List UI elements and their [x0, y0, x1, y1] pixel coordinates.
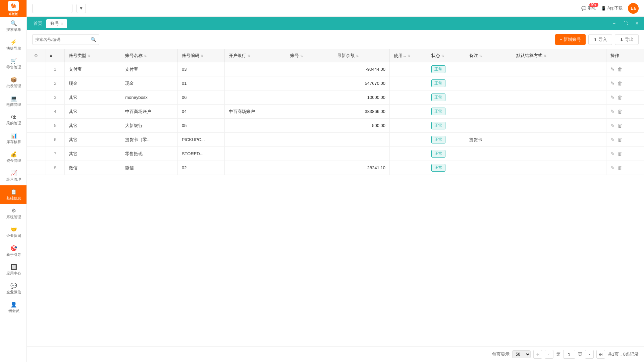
sidebar-item-6[interactable]: 📊库存核算 [0, 129, 26, 148]
dropdown-button[interactable]: ▼ [76, 4, 86, 13]
sort-icon-use: ⇅ [408, 54, 410, 58]
cell-bank-5 [225, 133, 286, 147]
cell-use-6 [389, 147, 427, 161]
cell-name-3: 中百商场账户 [121, 105, 178, 119]
sort-icon-status: ⇅ [441, 54, 444, 58]
per-page-select[interactable]: 50 100 200 [512, 350, 531, 358]
sidebar-item-7[interactable]: 💰资金管理 [0, 148, 26, 167]
last-page-button[interactable]: ⏭ [596, 350, 605, 359]
minimize-button[interactable]: – [610, 19, 619, 28]
th-balance[interactable]: 最新余额⇅ [333, 49, 390, 62]
delete-button-1[interactable]: 🗑 [618, 80, 623, 86]
message-button[interactable]: 💬 消息 99+ [581, 5, 596, 11]
page-prefix-label: 第 [556, 351, 560, 357]
sort-icon-settle: ⇅ [544, 54, 546, 58]
import-icon: ⬆ [593, 37, 597, 42]
next-page-button[interactable]: › [585, 350, 594, 359]
cell-name-1: 现金 [121, 76, 178, 90]
app-download-button[interactable]: 📱 App下载 [601, 5, 623, 11]
sidebar-item-12[interactable]: 🎯新手引导 [0, 242, 26, 260]
sort-icon-type: ⇅ [88, 54, 90, 58]
search-input[interactable] [35, 37, 91, 42]
cell-status-0: 正常 [427, 62, 465, 76]
delete-button-5[interactable]: 🗑 [618, 137, 623, 143]
top-search-input[interactable] [32, 4, 72, 13]
sidebar-label-3: 批发管理 [6, 83, 21, 88]
export-button[interactable]: ⬇ 导出 [615, 34, 639, 45]
sidebar-item-11[interactable]: 🤝企业协同 [0, 223, 26, 242]
cell-type-4: 其它 [64, 119, 121, 133]
cell-use-1 [389, 76, 427, 90]
import-button[interactable]: ⬆ 导入 [588, 34, 612, 45]
th-remark[interactable]: 备注⇅ [465, 49, 512, 62]
tab-close-icon[interactable]: × [61, 22, 63, 25]
status-badge-0: 正常 [431, 65, 445, 73]
tab-account[interactable]: 账号 × [46, 19, 67, 28]
sidebar-item-14[interactable]: 💬企业微信 [0, 279, 26, 298]
delete-button-4[interactable]: 🗑 [618, 123, 623, 129]
status-badge-4: 正常 [431, 122, 445, 129]
edit-button-5[interactable]: ✎ [610, 137, 615, 143]
th-code[interactable]: 账号编码⇅ [177, 49, 224, 62]
first-page-button[interactable]: ⏮ [533, 350, 542, 359]
maximize-button[interactable]: ⛶ [621, 19, 630, 28]
edit-button-7[interactable]: ✎ [610, 165, 615, 171]
edit-button-1[interactable]: ✎ [610, 80, 615, 86]
th-name[interactable]: 账号名称⇅ [121, 49, 178, 62]
close-button[interactable]: ✕ [633, 19, 641, 28]
sidebar-item-2[interactable]: 🛒零售管理 [0, 54, 26, 73]
th-settle-label: 默认结算方式 [516, 53, 542, 59]
sidebar-item-4[interactable]: 💻电商管理 [0, 92, 26, 111]
cell-status-3: 正常 [427, 105, 465, 119]
delete-button-7[interactable]: 🗑 [618, 165, 623, 171]
page-input[interactable] [563, 350, 575, 359]
cell-account-4 [286, 119, 333, 133]
tab-home[interactable]: 首页 [30, 19, 46, 28]
sort-icon-code: ⇅ [201, 54, 203, 58]
th-account[interactable]: 账号⇅ [286, 49, 333, 62]
cell-remark-2 [465, 90, 512, 105]
table-row: 6 其它 提货卡（零... PICKUPC... 正常 提货卡 ✎ 🗑 [27, 133, 644, 147]
th-status[interactable]: 状态⇅ [427, 49, 465, 62]
edit-button-0[interactable]: ✎ [610, 66, 615, 72]
delete-button-0[interactable]: 🗑 [618, 66, 623, 72]
th-type[interactable]: 账号类型⇅ [64, 49, 121, 62]
add-account-button[interactable]: + 新增账号 [555, 34, 586, 45]
sidebar-item-9[interactable]: 📋基础信息 [0, 185, 26, 204]
edit-button-2[interactable]: ✎ [610, 95, 615, 101]
delete-button-2[interactable]: 🗑 [618, 95, 623, 101]
edit-button-3[interactable]: ✎ [610, 109, 615, 115]
status-badge-5: 正常 [431, 136, 445, 143]
cell-remark-4 [465, 119, 512, 133]
edit-button-4[interactable]: ✎ [610, 123, 615, 129]
delete-button-3[interactable]: 🗑 [618, 109, 623, 115]
sidebar-item-15[interactable]: 👤畅会员 [0, 298, 26, 317]
sidebar-item-10[interactable]: ⚙系统管理 [0, 204, 26, 223]
sidebar-item-8[interactable]: 📈经营管理 [0, 167, 26, 185]
edit-button-6[interactable]: ✎ [610, 151, 615, 157]
sidebar-item-5[interactable]: 🛍采购管理 [0, 111, 26, 129]
th-settle[interactable]: 默认结算方式⇅ [512, 49, 606, 62]
cell-account-1 [286, 76, 333, 90]
status-badge-1: 正常 [431, 79, 445, 87]
th-bank[interactable]: 开户银行⇅ [225, 49, 286, 62]
cell-action-3: ✎ 🗑 [606, 105, 644, 119]
sidebar-item-0[interactable]: 🔍搜索菜单 [0, 17, 26, 36]
sidebar-label-7: 资金管理 [6, 158, 21, 163]
avatar[interactable]: Ea [628, 3, 639, 14]
sidebar-item-13[interactable]: 🔲应用中心 [0, 260, 26, 279]
cell-balance-6 [333, 147, 390, 161]
sidebar-icon-4: 💻 [10, 95, 17, 102]
cell-balance-3: 383866.00 [333, 105, 390, 119]
sidebar-item-3[interactable]: 📦批发管理 [0, 73, 26, 92]
th-settings[interactable]: ⚙ [27, 49, 46, 62]
cell-action-7: ✎ 🗑 [606, 161, 644, 175]
cell-status-2: 正常 [427, 90, 465, 105]
cell-name-6: 零售抵现 [121, 147, 178, 161]
cell-settle-7 [512, 161, 606, 175]
prev-page-button[interactable]: ‹ [545, 350, 553, 359]
sidebar-item-1[interactable]: ⚡快捷导航 [0, 36, 26, 54]
th-use[interactable]: 使用...⇅ [389, 49, 427, 62]
delete-button-6[interactable]: 🗑 [618, 151, 623, 157]
sort-icon-bank: ⇅ [248, 54, 250, 58]
